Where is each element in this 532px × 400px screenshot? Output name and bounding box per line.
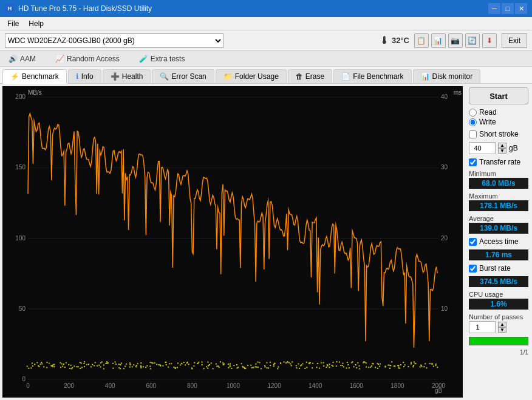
- disk-monitor-label: Disk monitor: [432, 72, 473, 81]
- transfer-rate-checkbox[interactable]: Transfer rate: [469, 158, 528, 166]
- menu-file[interactable]: File: [2, 18, 24, 29]
- tab-random-access[interactable]: 📈 Random Access: [52, 53, 123, 64]
- average-label: Average: [469, 215, 528, 222]
- toolbar-icons: 📋 📊 📷 🔄 ⬇: [414, 33, 497, 48]
- progress-bar-container: [469, 337, 528, 345]
- close-button[interactable]: ✕: [515, 3, 527, 14]
- passes-spinner: ▲ ▼: [498, 322, 506, 333]
- extra-icon: 🧪: [139, 55, 148, 63]
- icon-graph[interactable]: 📊: [431, 33, 446, 48]
- tab-file-benchmark[interactable]: 📄 File Benchmark: [333, 69, 411, 83]
- tab-health[interactable]: ➕ Health: [103, 69, 151, 83]
- temperature-value: 32°C: [392, 36, 409, 45]
- aam-label: AAM: [20, 55, 36, 63]
- folder-usage-label: Folder Usage: [235, 72, 279, 81]
- title-bar-title: HD Tune Pro 5.75 - Hard Disk/SSD Utility: [18, 4, 152, 13]
- short-stroke-label: Short stroke: [479, 130, 519, 138]
- icon-save[interactable]: ⬇: [482, 33, 497, 48]
- random-icon: 📈: [55, 55, 64, 63]
- burst-rate-input[interactable]: [469, 265, 477, 273]
- access-time-checkbox[interactable]: Access time: [469, 237, 528, 246]
- tab-aam[interactable]: 🔊 AAM: [5, 53, 39, 64]
- spin-up[interactable]: ▲: [498, 143, 506, 148]
- aam-icon: 🔊: [9, 55, 18, 63]
- average-block: Average 139.0 MB/s: [469, 215, 528, 234]
- extra-label: Extra tests: [151, 55, 185, 63]
- passes-block: Number of passes ▲ ▼: [469, 313, 528, 333]
- maximum-value: 178.1 MB/s: [469, 200, 528, 211]
- error-scan-label: Error Scan: [171, 72, 206, 81]
- minimum-value: 68.0 MB/s: [469, 178, 528, 189]
- minimize-button[interactable]: ─: [488, 3, 500, 14]
- toolbar: WDC WD20EZAZ-00GGJB0 (2000 gB) 🌡 32°C 📋 …: [0, 30, 532, 51]
- maximum-label: Maximum: [469, 192, 528, 200]
- write-label: Write: [479, 118, 496, 126]
- read-label: Read: [479, 108, 497, 117]
- tab-disk-monitor[interactable]: 📊 Disk monitor: [413, 69, 481, 83]
- title-bar-controls: ─ □ ✕: [488, 3, 527, 14]
- short-stroke-input[interactable]: [469, 131, 477, 138]
- chart-container: [2, 86, 463, 398]
- tab-info[interactable]: ℹ Info: [68, 69, 101, 83]
- radio-write[interactable]: Write: [469, 118, 528, 126]
- menu-help[interactable]: Help: [24, 18, 49, 29]
- short-stroke-row: ▲ ▼ gB: [469, 142, 528, 154]
- short-stroke-unit: gB: [509, 144, 518, 152]
- maximize-button[interactable]: □: [502, 3, 514, 14]
- minimum-block: Minimum 68.0 MB/s: [469, 170, 528, 189]
- radio-read[interactable]: Read: [469, 108, 528, 117]
- read-radio[interactable]: [469, 109, 477, 117]
- transfer-rate-label: Transfer rate: [479, 158, 520, 166]
- benchmark-chart: [2, 86, 463, 398]
- tab-extra-tests[interactable]: 🧪 Extra tests: [135, 53, 189, 64]
- burst-rate-block: 374.5 MB/s: [469, 276, 528, 287]
- maximum-block: Maximum 178.1 MB/s: [469, 192, 528, 211]
- temperature-display: 🌡 32°C: [380, 35, 409, 46]
- read-write-group: Read Write: [469, 108, 528, 126]
- cpu-usage-label: CPU usage: [469, 291, 528, 298]
- health-label: Health: [122, 72, 143, 81]
- tab-benchmark[interactable]: ⚡ Benchmark: [2, 69, 67, 84]
- icon-camera[interactable]: 📷: [448, 33, 463, 48]
- main-content: Start Read Write Short stroke ▲ ▼ gB: [0, 84, 532, 400]
- short-stroke-value[interactable]: [469, 142, 496, 154]
- short-stroke-spinner: ▲ ▼: [498, 143, 506, 154]
- spin-down[interactable]: ▼: [498, 148, 506, 154]
- info-label: Info: [81, 72, 94, 81]
- random-label: Random Access: [67, 55, 120, 63]
- access-time-input[interactable]: [469, 238, 477, 246]
- cpu-usage-block: CPU usage 1.6%: [469, 291, 528, 310]
- access-time-value: 1.76 ms: [469, 249, 528, 260]
- passes-row: ▲ ▼: [469, 321, 528, 333]
- write-radio[interactable]: [469, 118, 477, 126]
- passes-label: Number of passes: [469, 313, 528, 320]
- file-benchmark-label: File Benchmark: [353, 72, 403, 81]
- access-time-block: 1.76 ms: [469, 249, 528, 260]
- burst-rate-label: Burst rate: [479, 264, 511, 273]
- average-value: 139.0 MB/s: [469, 223, 528, 234]
- progress-bar: [469, 337, 528, 345]
- icon-info[interactable]: 📋: [414, 33, 429, 48]
- right-panel: Start Read Write Short stroke ▲ ▼ gB: [465, 84, 532, 400]
- passes-spin-down[interactable]: ▼: [498, 327, 506, 333]
- start-button[interactable]: Start: [469, 87, 528, 104]
- burst-rate-checkbox[interactable]: Burst rate: [469, 264, 528, 273]
- drive-select[interactable]: WDC WD20EZAZ-00GGJB0 (2000 gB): [5, 33, 223, 48]
- cpu-usage-value: 1.6%: [469, 299, 528, 310]
- minimum-label: Minimum: [469, 170, 528, 177]
- app-icon: H: [5, 4, 15, 13]
- primary-tabs: ⚡ Benchmark ℹ Info ➕ Health 🔍 Error Scan…: [0, 67, 532, 84]
- transfer-rate-input[interactable]: [469, 158, 477, 166]
- short-stroke-checkbox[interactable]: Short stroke: [469, 130, 528, 138]
- exit-button[interactable]: Exit: [502, 33, 527, 48]
- benchmark-label: Benchmark: [22, 72, 59, 81]
- tab-erase[interactable]: 🗑 Erase: [288, 69, 332, 83]
- tab-error-scan[interactable]: 🔍 Error Scan: [152, 69, 214, 83]
- burst-rate-value: 374.5 MB/s: [469, 276, 528, 287]
- menu-bar: File Help: [0, 17, 532, 30]
- passes-input[interactable]: [469, 321, 496, 333]
- passes-spin-up[interactable]: ▲: [498, 322, 506, 327]
- tab-folder-usage[interactable]: 📁 Folder Usage: [216, 69, 287, 83]
- erase-label: Erase: [305, 72, 324, 81]
- icon-refresh[interactable]: 🔄: [465, 33, 480, 48]
